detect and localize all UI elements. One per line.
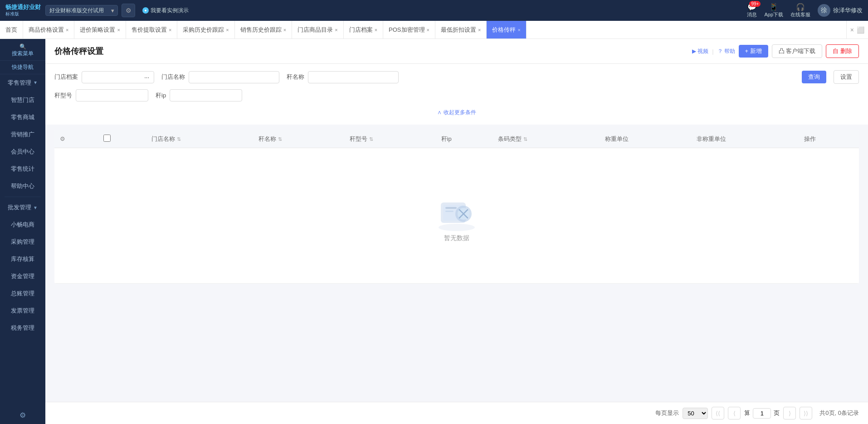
tab-sale-history[interactable]: 销售历史价跟踪 × (235, 21, 292, 39)
sidebar-item-general-ledger[interactable]: 总账管理 (0, 285, 45, 302)
tab-min-discount-close[interactable]: × (478, 27, 481, 33)
sidebar-item-purchase[interactable]: 采购管理 (0, 233, 45, 251)
filter-row-2: 秆型号 秆ip (54, 89, 859, 101)
th-scale-model: 秆型号 ⇅ (344, 130, 435, 148)
prev-page-button[interactable]: ⟨ (728, 407, 741, 419)
tab-price[interactable]: 商品价格设置 × (23, 21, 74, 39)
tab-home[interactable]: 首页 (0, 21, 23, 39)
sidebar-item-marketing[interactable]: 营销推广 (0, 126, 45, 143)
tab-store-catalog-close[interactable]: × (335, 27, 337, 33)
tab-min-discount[interactable]: 最低折扣设置 × (435, 21, 487, 39)
online-service-button[interactable]: 🎧 在线客服 (790, 3, 810, 18)
download-button[interactable]: 凸 客户端下载 (772, 44, 823, 58)
next-page-button[interactable]: ⟩ (783, 407, 796, 419)
sidebar-item-finance[interactable]: 资金管理 (0, 268, 45, 285)
sidebar-item-ecommerce[interactable]: 小畅电商 (0, 216, 45, 233)
tab-sale-price-close[interactable]: × (169, 27, 171, 33)
table-empty-cell: 暂无数据 (54, 148, 859, 284)
tab-sale-history-close[interactable]: × (283, 27, 286, 33)
tab-purchase-strategy-close[interactable]: × (117, 27, 120, 33)
sidebar-item-retail-stat[interactable]: 零售统计 (0, 160, 45, 178)
sidebar-item-member[interactable]: 会员中心 (0, 143, 45, 160)
th-scale-model-sort-icon[interactable]: ⇅ (369, 136, 373, 142)
first-page-button[interactable]: ⟨⟨ (712, 407, 724, 419)
top-bar: 畅捷通好业财 标准版 好业财标准版交付试用 ⚙ ● 我要看实例演示 💬 消息 9… (0, 0, 868, 21)
sidebar-item-retail-mall[interactable]: 零售商城 (0, 109, 45, 126)
video-link[interactable]: ▶ 视频 (692, 48, 708, 55)
tab-price-close[interactable]: × (66, 27, 68, 33)
tab-maximize-icon[interactable]: ⬜ (857, 26, 864, 34)
select-all-checkbox[interactable] (103, 135, 111, 142)
tab-price-scale[interactable]: 价格传秤 × (487, 21, 526, 39)
search-icon: 🔍 (4, 43, 42, 50)
tab-price-scale-close[interactable]: × (517, 27, 520, 33)
last-page-button[interactable]: ⟩⟩ (800, 407, 812, 419)
pagination-page: 算 页 (744, 408, 780, 419)
sidebar-gear-button[interactable]: ⚙ (0, 406, 45, 424)
app-icon: 📱 (769, 3, 778, 11)
collapse-bar: ∧ 收起更多条件 (54, 107, 859, 120)
messages-badge: 99+ (749, 1, 761, 7)
help-link[interactable]: ？ 帮助 (717, 48, 735, 55)
tab-pos-manage-label: POS加密管理 (389, 26, 424, 34)
page-size-select[interactable]: 50 10 20 100 (683, 408, 708, 419)
tab-close-icon[interactable]: × (850, 26, 854, 34)
tax-label: 税务管理 (11, 324, 34, 332)
tab-store-file-label: 门店档案 (349, 26, 373, 34)
sidebar-item-retail[interactable]: 零售管理 ▲ (0, 74, 45, 92)
messages-button[interactable]: 💬 消息 99+ (747, 3, 757, 18)
sidebar-quick-nav[interactable]: 快捷导航 (0, 61, 45, 74)
tab-store-file-close[interactable]: × (375, 27, 377, 33)
tab-store-catalog[interactable]: 门店商品目录 × (292, 21, 343, 39)
empty-area: 暂无数据 (60, 153, 853, 279)
scale-name-input[interactable] (308, 71, 399, 83)
th-barcode-type-sort-icon[interactable]: ⇅ (523, 136, 527, 142)
tab-sale-price[interactable]: 售价提取设置 × (126, 21, 177, 39)
scale-ip-input[interactable] (170, 89, 242, 101)
table-gear-icon[interactable]: ⚙ (60, 135, 65, 142)
content-area: 价格传秤设置 ▶ 视频 | ？ 帮助 + 新增 凸 客户端下载 自 (45, 39, 868, 424)
th-scale-name-sort-icon[interactable]: ⇅ (278, 136, 282, 142)
tab-store-file[interactable]: 门店档案 × (344, 21, 383, 39)
version-select-wrap[interactable]: 好业财标准版交付试用 (45, 5, 118, 16)
collapse-button[interactable]: ∧ 收起更多条件 (437, 109, 476, 116)
tab-purchase-strategy[interactable]: 进价策略设置 × (74, 21, 126, 39)
tab-store-catalog-label: 门店商品目录 (297, 26, 333, 34)
sidebar-item-tax[interactable]: 税务管理 (0, 319, 45, 337)
tab-pos-manage[interactable]: POS加密管理 × (383, 21, 435, 39)
user-area[interactable]: 徐 徐泽华修改 (818, 4, 863, 17)
app-download-label: App下载 (764, 11, 783, 18)
query-button[interactable]: 查询 (802, 71, 826, 83)
store-name-input[interactable] (189, 71, 279, 83)
setting-button[interactable]: 设置 (834, 70, 859, 84)
th-store-name-sort-icon[interactable]: ⇅ (177, 136, 181, 142)
gear-button[interactable]: ⚙ (122, 4, 135, 17)
th-barcode-type-label: 条码类型 (498, 135, 522, 142)
sidebar-item-invoice[interactable]: 发票管理 (0, 302, 45, 319)
delete-button[interactable]: 自 删除 (826, 44, 859, 58)
sidebar-divider-1 (5, 197, 41, 197)
scale-model-input[interactable] (76, 89, 148, 101)
logo-area: 畅捷通好业财 标准版 (5, 4, 42, 17)
member-label: 会员中心 (11, 148, 34, 156)
app-download-button[interactable]: 📱 App下载 (764, 3, 783, 18)
tab-purchase-history-close[interactable]: × (226, 27, 229, 33)
version-select[interactable]: 好业财标准版交付试用 (45, 5, 118, 16)
page-actions: ▶ 视频 | ？ 帮助 + 新增 凸 客户端下载 自 删除 (692, 44, 859, 58)
messages-label: 消息 (747, 11, 757, 18)
sidebar-search[interactable]: 🔍 搜索菜单 (0, 39, 45, 61)
avatar: 徐 (818, 4, 830, 17)
setting-button-label: 设置 (840, 73, 852, 81)
sidebar-item-help[interactable]: 帮助中心 (0, 178, 45, 195)
add-button[interactable]: + 新增 (739, 45, 768, 58)
tab-purchase-history[interactable]: 采购历史价跟踪 × (177, 21, 234, 39)
tab-pos-manage-close[interactable]: × (427, 27, 429, 33)
sidebar-item-wholesale[interactable]: 批发管理 ▼ (0, 199, 45, 216)
sidebar-item-wisdom-store[interactable]: 智慧门店 (0, 92, 45, 109)
demo-button[interactable]: ● 我要看实例演示 (142, 7, 189, 14)
store-file-select[interactable]: ··· (82, 71, 154, 83)
page-input[interactable] (753, 408, 771, 419)
th-scale-name: 秆名称 ⇅ (253, 130, 344, 148)
sidebar-item-inventory[interactable]: 库存核算 (0, 251, 45, 268)
filter-row-1: 门店档案 ··· 门店名称 秆名称 查询 (54, 70, 859, 84)
